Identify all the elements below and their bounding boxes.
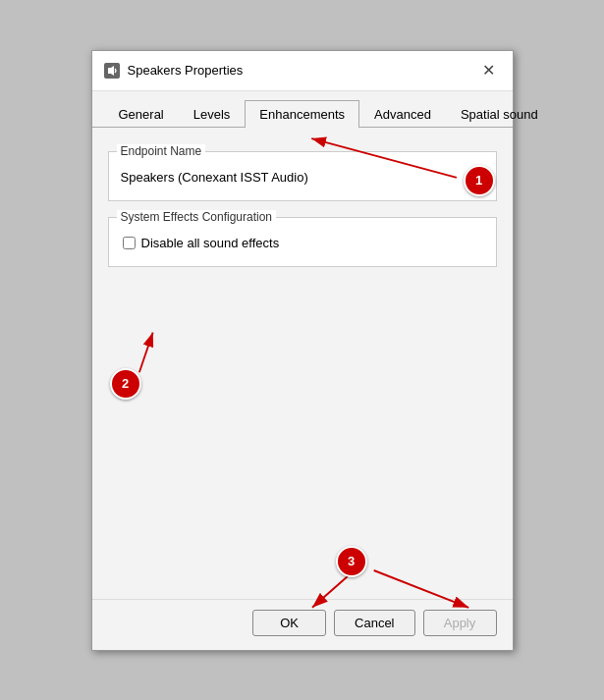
svg-line-3: [138, 332, 152, 372]
endpoint-name-section: Endpoint Name Speakers (Conexant ISST Au…: [108, 151, 497, 201]
tab-content: Endpoint Name Speakers (Conexant ISST Au…: [92, 128, 513, 599]
disable-effects-checkbox[interactable]: [123, 237, 136, 249]
svg-marker-0: [108, 66, 114, 76]
effects-section-label: System Effects Configuration: [117, 210, 277, 224]
tab-advanced[interactable]: Advanced: [359, 100, 446, 128]
close-button[interactable]: ✕: [477, 59, 501, 82]
tab-spatial-sound[interactable]: Spatial sound: [446, 100, 553, 128]
endpoint-section-label: Endpoint Name: [117, 144, 206, 158]
dialog-footer: 3 OK Cancel Apply: [92, 599, 513, 650]
window-title: Speakers Properties: [128, 63, 244, 78]
speakers-properties-dialog: Speakers Properties ✕ General Levels Enh…: [91, 50, 514, 651]
title-bar: Speakers Properties ✕: [92, 51, 513, 91]
ok-button[interactable]: OK: [252, 610, 326, 636]
annotation-2: 2: [110, 368, 141, 400]
title-bar-left: Speakers Properties: [104, 63, 244, 79]
disable-effects-row: Disable all sound effects: [121, 232, 484, 254]
tab-levels[interactable]: Levels: [179, 100, 246, 128]
disable-effects-label: Disable all sound effects: [141, 236, 280, 250]
cancel-button[interactable]: Cancel: [334, 610, 414, 636]
tabs-bar: General Levels Enhancements Advanced Spa…: [92, 91, 513, 128]
effects-section: System Effects Configuration Disable all…: [108, 217, 497, 267]
speaker-icon: [104, 63, 120, 79]
endpoint-value: Speakers (Conexant ISST Audio): [121, 166, 484, 188]
tab-general[interactable]: General: [104, 100, 179, 128]
apply-button[interactable]: Apply: [423, 610, 497, 636]
tab-enhancements[interactable]: Enhancements: [245, 100, 359, 128]
